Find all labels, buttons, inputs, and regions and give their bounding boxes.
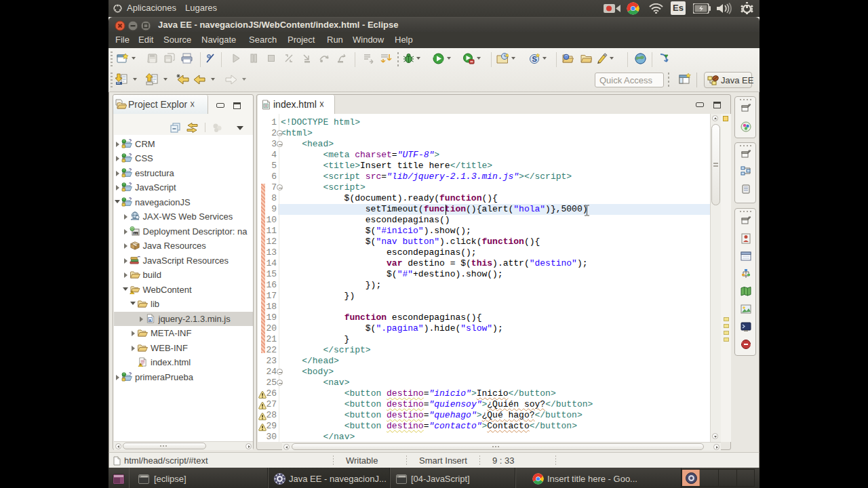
svg-text:S: S [532,55,537,63]
svg-text:a: a [149,317,151,321]
svg-text:3.0: 3.0 [134,232,137,235]
